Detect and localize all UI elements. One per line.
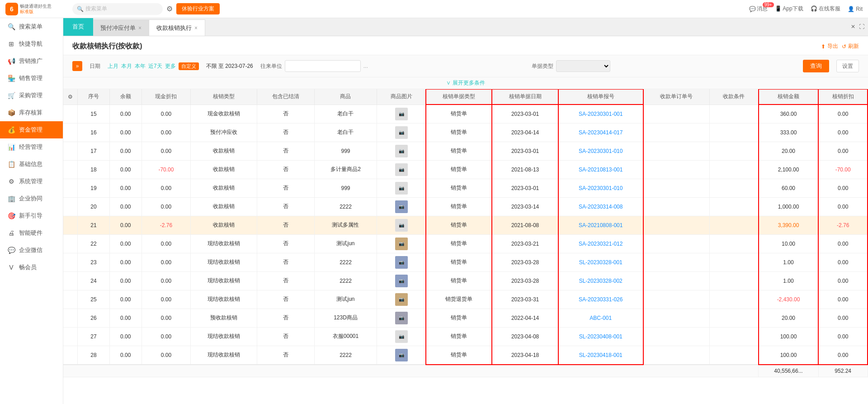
td-cancel-bill-no[interactable]: SA-20230414-017 <box>558 123 643 142</box>
th-cancel-discount: 核销折扣 <box>818 89 868 105</box>
td-cancel-bill-no[interactable]: ABC-001 <box>558 309 643 327</box>
user-profile[interactable]: 👤 Rit <box>848 6 863 12</box>
app-download[interactable]: 📱 App下载 <box>775 5 803 13</box>
export-button[interactable]: ⬆ 导出 <box>821 43 838 50</box>
custom-date-btn[interactable]: 自定义 <box>179 62 199 70</box>
date-range-display: 不限 至 2023-07-26 <box>206 62 253 70</box>
sidebar-item-enterprise[interactable]: 🏢企业协同 <box>0 190 63 207</box>
gear-icon[interactable]: ⚙ <box>166 5 173 13</box>
td-cancel-bill-no[interactable]: SA-20230331-026 <box>558 290 643 309</box>
tab-bar-actions: ✕ ⛶ <box>851 18 868 36</box>
fullscreen-icon[interactable]: ⛶ <box>859 24 864 30</box>
sidebar-item-purchase[interactable]: 🛒采购管理 <box>0 87 63 104</box>
td-cancel-bill-no[interactable]: SL-20230328-002 <box>558 271 643 290</box>
td-receipt-order-no <box>643 327 709 346</box>
td-balance: 0.00 <box>109 271 142 290</box>
bill-type-select[interactable] <box>556 60 610 72</box>
settings-button[interactable]: 设置 <box>836 60 859 72</box>
top-search[interactable]: 🔍 搜索菜单 <box>72 3 163 15</box>
sidebar-item-sales[interactable]: 🏪销售管理 <box>0 70 63 87</box>
th-no: 序号 <box>78 89 110 105</box>
td-cancel-discount: 0.00 <box>818 179 868 197</box>
td-cancel-discount: 0.00 <box>818 271 868 290</box>
sidebar-item-operation[interactable]: 📊经营管理 <box>0 138 63 156</box>
td-cancel-bill-no[interactable]: SA-20230301-010 <box>558 179 643 197</box>
receipt-tab-close[interactable]: × <box>194 25 198 31</box>
filter-expand-button[interactable]: » <box>72 61 82 71</box>
td-product-img: 📷 <box>377 327 426 346</box>
sales-icon: 🏪 <box>7 75 15 82</box>
td-cancel-bill-no[interactable]: SA-20210808-001 <box>558 216 643 234</box>
td-balance: 0.00 <box>109 253 142 271</box>
td-cancel-bill-type: 销货单 <box>426 197 492 216</box>
td-cancel-bill-no[interactable]: SL-20230418-001 <box>558 346 643 365</box>
th-settings[interactable]: ⚙ <box>63 89 78 105</box>
td-cancel-bill-no[interactable]: SA-20210813-001 <box>558 160 643 179</box>
refresh-button[interactable]: ↺ 刷新 <box>842 43 859 50</box>
td-receipt-order-no <box>643 197 709 216</box>
td-cancel-bill-no[interactable]: SA-20230321-012 <box>558 234 643 253</box>
td-receipt-condition <box>709 216 759 234</box>
partner-more-icon[interactable]: ... <box>363 63 368 69</box>
td-cash-discount: 0.00 <box>142 253 191 271</box>
td-cancel-discount: 0.00 <box>818 290 868 309</box>
td-settings <box>63 271 78 290</box>
td-cash-discount: -2.76 <box>142 216 191 234</box>
sidebar-item-wechat[interactable]: 💬企业微信 <box>0 242 63 259</box>
this-year-btn[interactable]: 本年 <box>135 62 146 70</box>
tab-receipt[interactable]: 收款核销执行 × <box>149 19 205 36</box>
sidebar-item-member[interactable]: V畅会员 <box>0 259 63 276</box>
td-product: 测试多属性 <box>315 216 377 234</box>
td-product-img: 📷 <box>377 234 426 253</box>
sidebar-item-marketing[interactable]: 📢营销推广 <box>0 52 63 70</box>
sidebar-item-system[interactable]: ⚙系统管理 <box>0 173 63 190</box>
td-product-img: 📷 <box>377 271 426 290</box>
sidebar-item-nav[interactable]: ⊞快捷导航 <box>0 35 63 52</box>
solution-button[interactable]: 休验行业方案 <box>176 3 220 14</box>
partner-input[interactable] <box>285 60 361 72</box>
td-cancel-bill-no[interactable]: SL-20230328-001 <box>558 253 643 271</box>
this-month-btn[interactable]: 本月 <box>121 62 132 70</box>
online-service[interactable]: 🎧 在线客服 <box>811 5 840 13</box>
td-cancel-bill-no[interactable]: SA-20230301-010 <box>558 142 643 160</box>
last-month-btn[interactable]: 上月 <box>108 62 118 70</box>
th-receipt-order-no: 收款单订单号 <box>643 89 709 105</box>
more-date-btn[interactable]: 更多 <box>165 62 176 70</box>
data-table: ⚙ 序号 余额 现金折扣 核销类型 包含已结清 商品 商品图片 核销单据类型 核… <box>63 89 868 377</box>
refresh-icon: ↺ <box>842 43 846 50</box>
td-cancel-bill-no[interactable]: SA-20230301-001 <box>558 105 643 123</box>
sidebar-item-hardware[interactable]: 🖨智能硬件 <box>0 224 63 242</box>
sidebar-item-search[interactable]: 🔍搜索菜单 <box>0 18 63 35</box>
expand-more-bar[interactable]: ∨ 展开更多条件 <box>63 77 868 89</box>
td-cancel-discount: -2.76 <box>818 216 868 234</box>
td-cancel-bill-no[interactable]: SL-20230408-001 <box>558 327 643 346</box>
sidebar-item-inventory[interactable]: 📦库存核算 <box>0 104 63 121</box>
td-receipt-condition <box>709 105 759 123</box>
close-window-icon[interactable]: ✕ <box>851 24 855 30</box>
prepay-tab-close[interactable]: × <box>138 25 142 31</box>
last-7-days-btn[interactable]: 近7天 <box>148 62 162 70</box>
td-receipt-condition <box>709 290 759 309</box>
message-icon[interactable]: 💬 消息 99+ <box>749 5 768 13</box>
td-cancel-amount: 60.00 <box>759 179 819 197</box>
td-cancel-bill-no[interactable]: SA-20230314-008 <box>558 197 643 216</box>
query-button[interactable]: 查询 <box>803 60 829 72</box>
td-cancel-type: 现结收款核销 <box>191 290 257 309</box>
td-receipt-order-no <box>643 346 709 365</box>
td-no: 21 <box>78 216 110 234</box>
td-balance: 0.00 <box>109 179 142 197</box>
td-no: 28 <box>78 346 110 365</box>
sidebar-item-finance[interactable]: 💰资金管理 <box>0 121 63 138</box>
td-cash-discount: 0.00 <box>142 290 191 309</box>
tab-prepay[interactable]: 预付冲应付单 × <box>93 19 149 36</box>
tab-home[interactable]: 首页 <box>63 18 93 36</box>
td-cancel-discount: 0.00 <box>818 346 868 365</box>
td-settings <box>63 123 78 142</box>
td-cancel-bill-type: 销货单 <box>426 216 492 234</box>
sidebar-item-basic[interactable]: 📋基础信息 <box>0 156 63 173</box>
td-product: 测试jun <box>315 234 377 253</box>
hardware-icon: 🖨 <box>7 229 15 237</box>
sidebar-item-guide[interactable]: 🎯新手引导 <box>0 207 63 224</box>
td-included-settled: 否 <box>257 234 314 253</box>
td-included-settled: 否 <box>257 346 314 365</box>
